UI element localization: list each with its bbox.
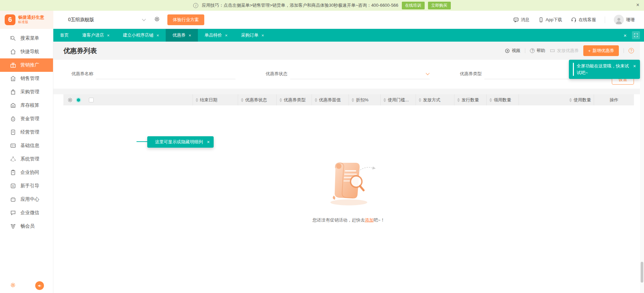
app-download-button[interactable]: App下载 — [538, 17, 562, 23]
sidebar-item-wecom[interactable]: 企业微信 — [0, 206, 53, 219]
divider — [525, 48, 525, 53]
table-header-row: 结束日期 优惠券状态 优惠券类型 优惠券面值 折扣% 使用门槛... 发放方式 … — [63, 94, 634, 105]
tab-purchase-order[interactable]: 采购订单× — [234, 29, 271, 42]
send-coupon-button[interactable]: 发放优惠券 — [550, 48, 579, 54]
tooltip-close-icon[interactable]: × — [207, 139, 210, 145]
online-support-button[interactable]: 在线客服 — [571, 17, 596, 23]
home-icon — [10, 49, 16, 55]
money-bag-icon — [10, 116, 16, 122]
sort-icon — [196, 98, 198, 102]
column-settings-gear-icon[interactable] — [67, 97, 73, 103]
highlight-dot-icon — [77, 98, 80, 102]
columns-tooltip: 这里可显示或隐藏明细列 × — [147, 136, 214, 148]
fullscreen-icon[interactable] — [632, 31, 640, 39]
tab-coupon[interactable]: 优惠券× — [166, 29, 198, 42]
page-help-circle-icon[interactable]: ? — [629, 48, 634, 53]
sidebar-item-search-menu[interactable]: 搜索菜单 — [0, 32, 53, 45]
video-link[interactable]: 视频 — [505, 48, 520, 54]
sort-icon — [569, 98, 572, 102]
brand-logo: 6 畅捷通好生意 标准版 — [0, 11, 53, 29]
tab-home[interactable]: 首页 — [53, 29, 75, 42]
col-claimed-qty[interactable]: 领用数量 — [486, 94, 519, 105]
sales-icon — [10, 76, 16, 82]
notification-bar: i 应用技巧：点击左侧菜单>销售管理>销货单，添加客户和商品体验30秒极速开单~… — [0, 0, 644, 11]
filter-label: 优惠券名称 — [71, 71, 93, 79]
message-icon — [513, 17, 519, 22]
sidebar-item-purchase[interactable]: 采购管理 — [0, 85, 53, 99]
app-header: 6 畅捷通好生意 标准版 0五组旗舰版 体验行业方案 消息 App下载 在线客服… — [0, 11, 644, 29]
sidebar-item-system[interactable]: 系统管理 — [0, 152, 53, 166]
new-coupon-button[interactable]: +新增优惠券 — [583, 45, 619, 56]
tab-invite-customers[interactable]: 邀客户进店× — [75, 29, 116, 42]
warehouse-icon — [10, 102, 16, 108]
tab-close-icon[interactable]: × — [261, 33, 264, 38]
sidebar-settings-gear-icon[interactable] — [10, 282, 16, 289]
search-icon — [10, 35, 16, 41]
info-icon: i — [193, 3, 198, 8]
online-training-button[interactable]: 在线培训 — [402, 2, 425, 9]
filter-label: 优惠券类型 — [460, 71, 482, 79]
coupon-name-input[interactable] — [96, 69, 235, 79]
sidebar-collapse-button[interactable] — [35, 281, 44, 290]
notification-close-icon[interactable]: × — [636, 2, 639, 8]
empty-state: 您还没有促销活动，赶快去添加吧~！ — [53, 158, 644, 223]
tooltip-close-icon[interactable]: × — [633, 63, 636, 76]
col-actions: 操作 — [594, 94, 634, 105]
add-coupon-link[interactable]: 添加 — [365, 217, 374, 223]
scrollbar-thumb[interactable] — [641, 262, 643, 283]
header-settings-gear-icon[interactable] — [154, 16, 160, 23]
divider — [624, 48, 624, 53]
col-coupon-status[interactable]: 优惠券状态 — [238, 94, 276, 105]
sidebar-item-inventory[interactable]: 库存核算 — [0, 99, 53, 112]
tab-mini-program-shop[interactable]: 建立小程序店铺× — [116, 29, 166, 42]
coupon-status-select[interactable] — [290, 69, 430, 79]
industry-trial-button[interactable]: 体验行业方案 — [167, 14, 204, 25]
col-coupon-type[interactable]: 优惠券类型 — [276, 94, 312, 105]
sound-icon — [37, 283, 42, 288]
close-all-tabs-icon[interactable]: × — [624, 33, 627, 38]
sort-icon — [352, 98, 354, 102]
col-distribution[interactable]: 发放方式 — [416, 94, 454, 105]
sidebar-item-operations[interactable]: 经营管理 — [0, 126, 53, 139]
sidebar-item-sales[interactable]: 销售管理 — [0, 72, 53, 85]
tab-close-icon[interactable]: × — [107, 33, 110, 38]
store-selector[interactable]: 0五组旗舰版 — [68, 17, 145, 23]
sidebar: 搜索菜单 快捷导航 营销推广 销售管理 采购管理 库存核算 资金管理 经营管理 … — [0, 29, 53, 293]
tab-close-icon[interactable]: × — [225, 33, 228, 38]
tab-close-icon[interactable]: × — [157, 33, 159, 38]
play-circle-icon — [505, 48, 510, 53]
col-issued-qty[interactable]: 发行数量 — [454, 94, 486, 105]
scrollbar-track[interactable] — [640, 42, 644, 293]
col-used-qty[interactable]: 使用数量 — [519, 94, 594, 105]
sort-icon — [489, 98, 492, 102]
sidebar-item-marketing[interactable]: 营销推广 — [0, 58, 53, 72]
fullscreen-tooltip: 全屏功能在这里哦，快来试试吧~ × — [569, 60, 640, 79]
select-all-checkbox[interactable] — [89, 98, 94, 102]
sidebar-item-collaboration[interactable]: 企业协同 — [0, 166, 53, 179]
col-threshold[interactable]: 使用门槛... — [380, 94, 416, 105]
sidebar-item-member[interactable]: 畅会员 — [0, 219, 53, 233]
sidebar-item-funds[interactable]: 资金管理 — [0, 112, 53, 126]
system-icon — [10, 156, 16, 162]
help-link[interactable]: ?帮助 — [530, 48, 545, 54]
col-end-date[interactable]: 结束日期 — [193, 94, 238, 105]
sidebar-item-quick-nav[interactable]: 快捷导航 — [0, 45, 53, 58]
gift-icon — [10, 62, 16, 68]
tab-item-special-price[interactable]: 单品特价× — [198, 29, 234, 42]
sidebar-item-app-center[interactable]: 应用中心 — [0, 193, 53, 206]
wechat-icon — [10, 210, 16, 216]
username: 珊珊 — [626, 17, 635, 23]
col-discount[interactable]: 折扣% — [348, 94, 380, 105]
info-card-icon — [10, 143, 16, 149]
sort-icon — [315, 98, 317, 102]
tab-close-icon[interactable]: × — [189, 33, 191, 38]
member-icon — [10, 223, 16, 229]
sidebar-item-beginner-guide[interactable]: 新手引导 — [0, 179, 53, 193]
col-coupon-value[interactable]: 优惠券面值 — [312, 94, 348, 105]
buy-now-button[interactable]: 立即购买 — [428, 2, 451, 9]
sidebar-item-base-info[interactable]: 基础信息 — [0, 139, 53, 152]
user-menu[interactable]: 珊珊 — [614, 15, 635, 25]
messages-button[interactable]: 消息 — [513, 17, 530, 23]
sort-icon — [457, 98, 460, 102]
empty-illustration — [315, 158, 382, 208]
